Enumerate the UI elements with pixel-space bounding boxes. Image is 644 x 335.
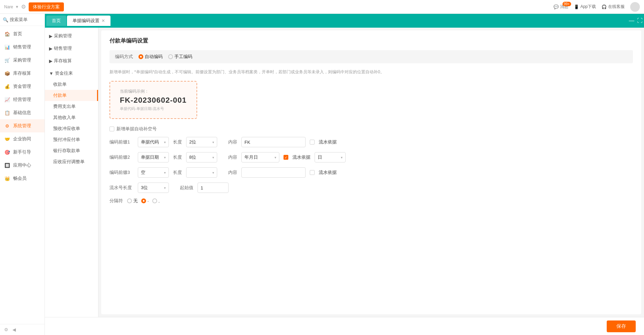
sidebar-collapse-icon[interactable]: ◀	[12, 327, 16, 332]
sidebar-search-label: 搜索菜单	[10, 17, 28, 23]
sidebar-item-system-label: 系统管理	[13, 123, 31, 129]
content3-input[interactable]	[241, 167, 306, 178]
tab-close-icon[interactable]: ✕	[102, 18, 105, 23]
stream2-checkbox[interactable]: ✓	[283, 155, 288, 160]
sidebar-search[interactable]: 🔍 搜索菜单	[0, 14, 45, 26]
subnav-group-inventory: ▶ 库存核算	[45, 55, 98, 66]
online-service-button[interactable]: 🎧 在线客服	[602, 4, 625, 10]
length1-select[interactable]: 2位 ▾	[186, 137, 217, 147]
tab-minimize-icon[interactable]: —	[629, 18, 634, 24]
sidebar-item-purchase[interactable]: 🛒 采购管理	[0, 54, 45, 67]
stream1-checkbox[interactable]	[310, 140, 315, 145]
sidebar-item-basic[interactable]: 📋 基础信息	[0, 106, 45, 119]
company-name: Nare	[4, 4, 13, 9]
prefix2-label: 编码前缀2	[109, 154, 134, 160]
finance-icon: 💰	[4, 83, 10, 90]
prefix1-select[interactable]: 单据代码 ▾	[138, 137, 169, 147]
page-title: 付款单编码设置	[109, 37, 633, 45]
auto-code-radio[interactable]	[138, 54, 143, 59]
coding-method-bar: 编码方式 自动编码 手工编码	[109, 50, 633, 63]
auto-code-option[interactable]: 自动编码	[138, 54, 163, 60]
content2-select[interactable]: 年月日 ▾	[241, 152, 279, 162]
content2-arrow: ▾	[275, 156, 276, 159]
save-button[interactable]: 保存	[607, 320, 636, 332]
subnav-item-pre-payment[interactable]: 预付冲应付单	[45, 134, 98, 145]
subnav-group-sales-title[interactable]: ▶ 销售管理	[45, 43, 98, 54]
subnav-group-purchase: ▶ 采购管理	[45, 30, 98, 41]
tab-serial-setting[interactable]: 单据编码设置 ✕	[67, 16, 110, 26]
home-icon: 🏠	[4, 31, 10, 37]
subnav-item-payment[interactable]: 付款单	[45, 90, 98, 101]
subnav-item-other-income[interactable]: 其他收入单	[45, 112, 98, 123]
app-download-icon: 📱	[574, 4, 579, 9]
trial-button[interactable]: 体验行业方案	[29, 2, 64, 11]
sidebar-item-finance[interactable]: 💰 资金管理	[0, 80, 45, 93]
operations-icon: 📈	[4, 96, 10, 103]
prefix2-select[interactable]: 单据日期 ▾	[138, 152, 169, 162]
chevron-right-icon3: ▶	[49, 58, 52, 64]
sidebar-item-inventory-label: 库存核算	[13, 70, 31, 76]
subnav-item-bank[interactable]: 银行存取款单	[45, 145, 98, 156]
tab-maximize-icon[interactable]: ⛶	[637, 18, 643, 24]
tab-serial-setting-label: 单据编码设置	[73, 18, 99, 24]
subnav-item-adjustment[interactable]: 应收应付调整单	[45, 156, 98, 167]
sidebar-item-operations[interactable]: 📈 经营管理	[0, 93, 45, 106]
sidebar-item-finance-label: 资金管理	[13, 83, 31, 90]
sep-dash-label: .	[158, 198, 160, 204]
length3-select[interactable]: ▾	[186, 167, 217, 178]
sidebar-bottom: ⚙ ◀	[0, 324, 45, 335]
nav-arrows[interactable]: ▾	[16, 4, 18, 9]
length2-select[interactable]: 8位 ▾	[186, 152, 217, 162]
sidebar-item-home[interactable]: 🏠 首页	[0, 27, 45, 40]
sep-dash-option[interactable]: .	[152, 198, 160, 204]
app-download-button[interactable]: 📱 App下载	[574, 4, 596, 10]
auto-fill-checkbox[interactable]	[109, 127, 114, 131]
preview-box: 当前编码示例： FK-20230602-001 单据代码-单据日期-流水号	[109, 81, 197, 119]
stream3-checkbox[interactable]	[310, 170, 315, 175]
sidebar-item-system[interactable]: ⚙ 系统管理	[0, 119, 45, 132]
subnav-item-pre-collection[interactable]: 预收冲应收单	[45, 123, 98, 134]
serial-length-select[interactable]: 3位 ▾	[138, 183, 169, 193]
content1-input[interactable]	[241, 137, 306, 147]
content1-label: 内容	[228, 139, 237, 145]
tab-home[interactable]: 首页	[46, 16, 66, 26]
inventory-icon: 📦	[4, 70, 10, 76]
user-avatar[interactable]	[630, 2, 640, 12]
messages-button[interactable]: 💬 消息 99+	[554, 4, 568, 10]
prefix2-arrow: ▾	[164, 156, 166, 159]
settings-icon[interactable]: ⚙	[21, 3, 26, 10]
sidebar-item-apps-label: 应用中心	[13, 162, 31, 168]
sidebar-item-apps[interactable]: 🔲 应用中心	[0, 159, 45, 172]
sep-dash-radio[interactable]	[152, 198, 157, 203]
subnav-group-inventory-title[interactable]: ▶ 库存核算	[45, 55, 98, 66]
sep-none-radio[interactable]	[127, 198, 132, 203]
subnav-item-expense[interactable]: 费用支出单	[45, 101, 98, 112]
sidebar-item-cooperation[interactable]: 🤝 企业协同	[0, 132, 45, 146]
serial-length-label: 流水号长度	[109, 185, 134, 191]
sidebar-item-sales[interactable]: 📊 销售管理	[0, 40, 45, 54]
sidebar-settings-icon[interactable]: ⚙	[4, 327, 8, 332]
day-select[interactable]: 日 ▾	[315, 152, 346, 162]
system-icon: ⚙	[4, 123, 10, 129]
start-value-input[interactable]	[198, 183, 229, 193]
sep-dot-radio[interactable]	[141, 198, 146, 203]
prefix3-select[interactable]: 空 ▾	[138, 167, 169, 178]
manual-code-radio[interactable]	[168, 54, 173, 59]
manual-code-option[interactable]: 手工编码	[168, 54, 192, 60]
subnav-item-receipt[interactable]: 收款单	[45, 79, 98, 90]
app-layout: 🔍 搜索菜单 🏠 首页 📊 销售管理 🛒 采购管理 📦 库存核算 💰	[0, 14, 644, 335]
sep-dot-option[interactable]: ·	[141, 198, 149, 204]
sidebar-item-cooperation-label: 企业协同	[13, 136, 31, 142]
tab-bar: 首页 单据编码设置 ✕ — ⛶	[45, 14, 644, 28]
sidebar-item-member[interactable]: 👑 畅会员	[0, 172, 45, 185]
sep-none-option[interactable]: 无	[127, 198, 138, 204]
sidebar-item-inventory[interactable]: 📦 库存核算	[0, 67, 45, 80]
sidebar-item-guide-label: 新手引导	[13, 149, 31, 155]
subnav-group-purchase-title[interactable]: ▶ 采购管理	[45, 30, 98, 41]
cooperation-icon: 🤝	[4, 136, 10, 142]
preview-desc: 单据代码-单据日期-流水号	[120, 106, 187, 111]
chevron-down-icon: ▼	[49, 71, 54, 76]
subnav-group-capital-title[interactable]: ▼ 资金往来	[45, 68, 98, 79]
sidebar-item-guide[interactable]: 🎯 新手引导	[0, 146, 45, 159]
stream3-label: 流水依据	[319, 169, 337, 176]
